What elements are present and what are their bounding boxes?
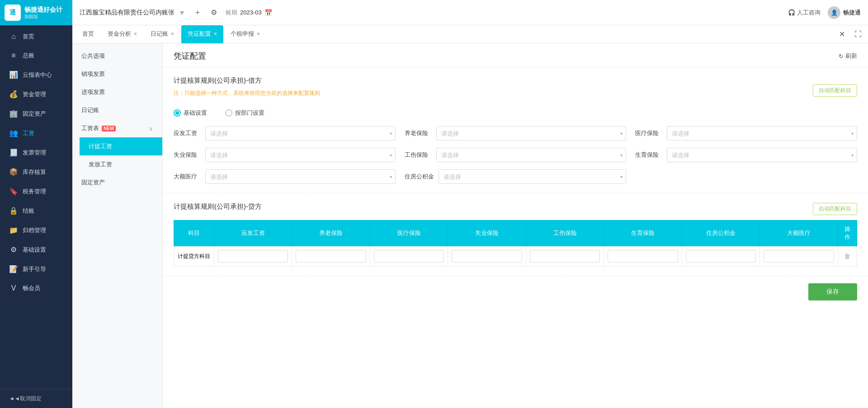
select-yingfa-input[interactable]: 请选择 [205,126,396,141]
tab-expand[interactable]: ⛶ [852,28,864,41]
help-button[interactable]: 🎧 人工咨询 [788,9,821,17]
input-yanglao[interactable] [296,250,366,263]
input-yingfa[interactable] [218,250,288,263]
credit-section: 计提核算规则(公司承担)-贷方 自动匹配科目 科目 应发工资 养老保险 医疗保险… [163,193,868,276]
tab-close-all[interactable]: ✕ [835,28,848,41]
top-bar-actions: ＋ ⚙ [191,6,220,19]
left-nav-purchase[interactable]: 进项发票 [72,83,162,101]
left-nav-accrue[interactable]: 计提工资 [80,137,162,155]
refresh-button[interactable]: ↻ 刷新 [839,52,857,60]
tab-home[interactable]: 首页 [76,25,100,43]
select-shiye-input[interactable]: 请选择 [205,148,396,162]
sidebar-item-tax[interactable]: 🔖 税务管理 [0,182,72,201]
select-yiliao-input[interactable]: 请选择 [667,126,857,141]
left-nav: 公共选项 销项发票 进项发票 日记账 工资表 NEW ∨ 计提工资 发放工资 固… [72,43,163,408]
select-shengyu[interactable]: 请选择 ▾ [667,148,857,162]
sidebar-item-ledger[interactable]: ≡ 总账 [0,46,72,65]
cell-daejiyiliao[interactable] [760,246,838,267]
radio-basic-circle [174,109,181,117]
save-button[interactable]: 保存 [808,283,857,300]
col-header-yingfa: 应发工资 [214,220,292,246]
auto-match-credit-button[interactable]: 自动匹配科目 [813,203,857,215]
cancel-fixed-button[interactable]: ◄◄取消固定 [0,389,72,408]
col-header-shiye: 失业保险 [448,220,526,246]
delete-row-button[interactable]: 🗑 [844,253,850,260]
form-item-shengyu: 生育保险 请选择 ▾ [635,148,857,162]
left-nav-fixed[interactable]: 固定资产 [72,174,162,192]
input-gongshang[interactable] [530,250,600,263]
company-name[interactable]: 江西服宝精品有限责任公司内账张 [80,9,175,17]
select-zhufang[interactable]: 请选择 ▾ [439,169,627,184]
debit-section-note: 注：只能选择一种方式，系统将按照您当前的选择来配置规则 [174,89,320,97]
col-header-gongshang: 工伤保险 [526,220,604,246]
left-nav-issue[interactable]: 发放工资 [80,155,162,174]
tab-voucher[interactable]: 凭证配置 × [181,25,223,43]
cell-zhufang[interactable] [682,246,760,267]
radio-basic[interactable]: 基础设置 [174,109,207,117]
sidebar-item-reports[interactable]: 📊 云报表中心 [0,65,72,84]
tab-close-funds[interactable]: × [134,31,137,37]
col-header-shengyu: 生育保险 [604,220,682,246]
select-yingfa[interactable]: 请选择 ▾ [205,126,396,141]
cell-gongshang[interactable] [526,246,604,267]
sidebar-item-guide[interactable]: 📝 新手引导 [0,259,72,279]
settings-button[interactable]: ⚙ [208,6,220,19]
tab-journal[interactable]: 日记账 × [144,25,180,43]
company-dropdown-icon[interactable]: ▾ [180,8,184,18]
sidebar: 通 畅捷通好会计 旗舰版 ⌂ 首页 ≡ 总账 📊 云报表中心 💰 资金管理 🏢 … [0,0,72,408]
sidebar-item-closing[interactable]: 🔒 结账 [0,201,72,220]
select-gongshang-input[interactable]: 请选择 [436,148,627,162]
tab-close-tax[interactable]: × [257,31,260,37]
cell-action[interactable]: 🗑 [838,246,857,267]
left-nav-journal[interactable]: 日记账 [72,101,162,119]
save-bar: 保存 [163,276,868,308]
input-shiye[interactable] [452,250,522,263]
period-label: 账期 [226,9,237,17]
sidebar-item-inventory[interactable]: 📦 库存核算 [0,162,72,182]
tab-tax[interactable]: 个税申报 × [224,25,266,43]
input-yiliao[interactable] [374,250,444,263]
sidebar-item-invoices[interactable]: 🧾 发票管理 [0,143,72,162]
sidebar-item-payroll[interactable]: 👥 工资 [0,123,72,143]
input-daejiyiliao[interactable] [764,250,834,263]
select-zhufang-input[interactable]: 请选择 [439,169,627,184]
left-nav-payroll-table[interactable]: 工资表 NEW ∨ [72,119,162,137]
radio-dept[interactable]: 按部门设置 [225,109,264,117]
col-header-daejiyiliao: 大额医疗 [760,220,838,246]
select-gongshang[interactable]: 请选择 ▾ [436,148,627,162]
auto-match-debit-button[interactable]: 自动匹配科目 [813,84,857,97]
cell-yiliao[interactable] [370,246,448,267]
calendar-icon[interactable]: 📅 [264,9,272,16]
tab-funds[interactable]: 资金分析 × [101,25,143,43]
add-button[interactable]: ＋ [191,6,204,19]
sidebar-item-member[interactable]: V 畅会员 [0,279,72,298]
input-shengyu[interactable] [608,250,678,263]
cell-yanglao[interactable] [292,246,370,267]
sidebar-item-settings[interactable]: ⚙ 基础设置 [0,240,72,259]
select-daejiyiliao[interactable]: 请选择 ▾ [205,169,396,184]
sidebar-item-funds[interactable]: 💰 资金管理 [0,84,72,104]
select-daejiyiliao-input[interactable]: 请选择 [205,169,396,184]
new-badge: NEW [102,126,116,131]
select-yanglao-input[interactable]: 请选择 [436,126,627,141]
tab-close-voucher[interactable]: × [214,31,217,37]
sidebar-logo: 通 畅捷通好会计 旗舰版 [0,0,72,25]
cell-shengyu[interactable] [604,246,682,267]
select-yanglao[interactable]: 请选择 ▾ [436,126,627,141]
tab-close-journal[interactable]: × [171,31,174,37]
select-shiye[interactable]: 请选择 ▾ [205,148,396,162]
cell-shiye[interactable] [448,246,526,267]
input-zhufang[interactable] [686,250,756,263]
sidebar-item-archive[interactable]: 📁 归档管理 [0,220,72,240]
period-value: 2023-03 [240,9,262,16]
sidebar-item-home[interactable]: ⌂ 首页 [0,27,72,46]
left-nav-public[interactable]: 公共选项 [72,47,162,65]
select-yiliao[interactable]: 请选择 ▾ [667,126,857,141]
ledger-icon: ≡ [9,52,18,60]
sidebar-item-assets[interactable]: 🏢 固定资产 [0,104,72,123]
select-shengyu-input[interactable]: 请选择 [667,148,857,162]
left-nav-sales[interactable]: 销项发票 [72,65,162,83]
user-info[interactable]: 👤 畅捷通 [828,6,861,19]
cell-yingfa[interactable] [214,246,292,267]
inventory-icon: 📦 [9,168,18,176]
